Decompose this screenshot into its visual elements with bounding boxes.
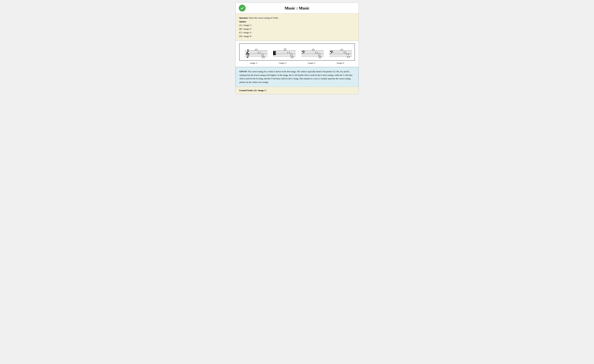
image-label-2: <image 2>	[268, 62, 297, 64]
svg-text:C: C	[273, 52, 276, 55]
svg-point-31	[318, 54, 320, 56]
svg-point-10	[262, 57, 264, 58]
option-c: (C) <image 3>	[239, 31, 355, 34]
svg-point-7	[258, 52, 260, 53]
gpt-text: The correct tuning for a violin is shown…	[239, 70, 352, 84]
music-image-2: 𝄡 C	[269, 46, 297, 59]
images-box: 𝄞	[239, 44, 355, 61]
question-line: Question: Select the correct tuning of V…	[239, 16, 355, 20]
image-label-1: <image 1>	[239, 62, 268, 64]
image-1-wrapper: 𝄞	[241, 46, 269, 59]
option-b: (B) <image 2>	[239, 27, 355, 31]
music-image-1: 𝄞	[241, 46, 269, 59]
svg-point-19	[287, 52, 290, 53]
question-label: Question:	[239, 17, 248, 19]
question-text: Select the correct tuning of Violin.	[249, 17, 279, 19]
image-label-3: <image 3>	[297, 62, 326, 64]
svg-point-44	[347, 56, 350, 58]
gpt-label: GPT-4V:	[239, 70, 247, 73]
svg-point-18	[284, 49, 286, 50]
checkmark-icon	[239, 5, 246, 12]
svg-point-33	[319, 57, 321, 58]
svg-text:𝄢: 𝄢	[329, 50, 333, 56]
music-image-4: 𝄢	[325, 46, 353, 59]
page-title: Music : Music	[248, 6, 346, 11]
ground-truth-value: (A) <image 1>	[254, 89, 267, 92]
gpt-section: GPT-4V: The correct tuning for a violin …	[236, 67, 358, 87]
option-label-line: Option:	[239, 20, 355, 24]
svg-point-20	[290, 54, 293, 56]
image-2-wrapper: 𝄡 C	[269, 46, 297, 59]
image-label-4: <image 4>	[326, 62, 355, 64]
option-label: Option:	[239, 20, 246, 23]
svg-point-6	[255, 49, 257, 51]
music-image-3: 𝄢	[297, 46, 325, 59]
svg-point-42	[346, 53, 349, 55]
ground-truth-label: Ground Truth:	[239, 89, 253, 92]
svg-text:𝄞: 𝄞	[245, 49, 250, 58]
ground-truth-section: Ground Truth: (A) <image 1>	[236, 87, 358, 94]
option-a: (A) <image 1>	[239, 24, 355, 27]
svg-point-40	[341, 49, 343, 51]
svg-point-29	[312, 49, 314, 51]
image-3-wrapper: 𝄢	[297, 46, 325, 59]
main-card: Music : Music Question: Select the corre…	[235, 3, 359, 94]
svg-point-22	[291, 57, 293, 58]
svg-point-8	[261, 54, 264, 56]
header: Music : Music	[236, 3, 358, 14]
image-4-wrapper: 𝄢	[325, 46, 353, 59]
question-section: Question: Select the correct tuning of V…	[236, 14, 358, 41]
option-d: (D) <image 4>	[239, 34, 355, 38]
svg-text:𝄢: 𝄢	[301, 50, 305, 56]
image-labels-row: <image 1> <image 2> <image 3> <image 4>	[239, 62, 355, 64]
svg-point-41	[344, 52, 346, 53]
images-section: 𝄞	[236, 41, 358, 67]
svg-point-30	[315, 52, 318, 53]
